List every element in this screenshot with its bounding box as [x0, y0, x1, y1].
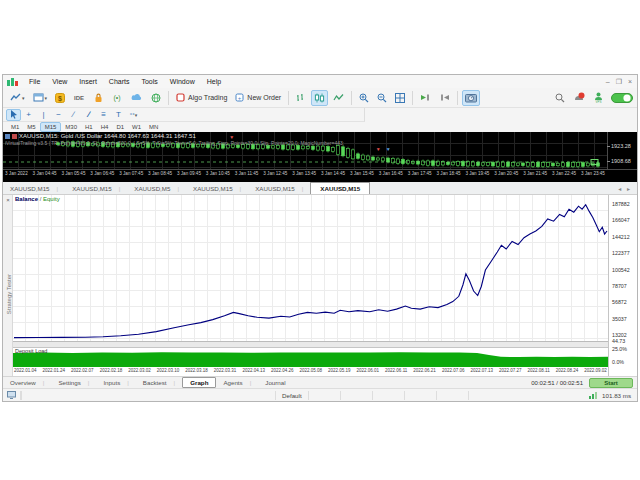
profile-indicator[interactable]: Default — [276, 391, 309, 400]
vps-button[interactable]: VPS — [590, 90, 606, 106]
chart-date-label: 3 Jan 11:45 — [235, 171, 259, 176]
chart-window-icon — [5, 134, 10, 139]
timeframe-d1[interactable]: D1 — [112, 122, 128, 132]
chart-date-label: 3 Jan 04:45 — [33, 171, 57, 176]
horizontal-line-icon: − — [56, 110, 61, 119]
graph-date-label: 2022.01.24 — [43, 368, 66, 373]
connection-toggle[interactable] — [608, 90, 636, 106]
tester-tab-bar: Overview|Settings|Inputs|Backtest|GraphA… — [3, 376, 637, 388]
balance-graph[interactable]: Balance / Equity — [13, 195, 608, 342]
tester-tab-journal[interactable]: Journal — [258, 378, 292, 387]
menu-file[interactable]: File — [23, 78, 46, 85]
toolbar-separator — [288, 91, 289, 105]
search-button[interactable] — [552, 90, 568, 106]
price-scale-divider — [607, 132, 608, 169]
menu-window[interactable]: Window — [164, 78, 201, 85]
chart-style-button[interactable]: ▾ — [7, 90, 28, 106]
crosshair-tool-button[interactable]: + — [21, 109, 36, 121]
chart-shift-button[interactable] — [436, 90, 453, 106]
timeframe-h4[interactable]: H4 — [97, 122, 113, 132]
metaeditor-button[interactable]: IDE — [70, 90, 88, 106]
connection-latency[interactable]: 101.83 ms — [589, 391, 637, 399]
channel-tool-button[interactable]: ∕∕ — [81, 109, 96, 121]
balance-line — [14, 205, 607, 338]
text-tool-button[interactable]: T — [111, 109, 126, 121]
ea-parameters-line: iVirtualTrailing v3.5 | TP_Points=400.0;… — [5, 140, 344, 146]
tab-scroll-arrows[interactable]: ◂ ▸ — [618, 185, 637, 194]
chart-date-label: 3 Jan 16:45 — [379, 171, 403, 176]
tester-tab-agents[interactable]: Agents| — [216, 378, 258, 387]
tester-tab-graph[interactable]: Graph — [182, 377, 216, 388]
graph-date-axis: 2022.01.042022.01.242022.02.072022.02.18… — [13, 368, 608, 373]
minimize-button[interactable]: – — [606, 78, 610, 86]
timeframe-m30[interactable]: M30 — [61, 122, 81, 132]
chart-date-label: 3 Jan 07:45 — [119, 171, 143, 176]
deposit-load-area — [13, 348, 608, 367]
quotes-button[interactable]: $ — [52, 90, 68, 106]
start-button[interactable]: Start — [589, 378, 633, 388]
cloud-button[interactable] — [128, 90, 146, 106]
bars-mode-button[interactable] — [293, 90, 309, 106]
chart-tab[interactable]: XAUUSD,M15| — [65, 183, 127, 194]
strategy-tester-button[interactable] — [462, 90, 480, 106]
restore-button[interactable]: ❐ — [616, 78, 622, 86]
tile-windows-button[interactable] — [392, 90, 408, 106]
menu-help[interactable]: Help — [201, 78, 227, 85]
deposit-load-graph[interactable]: Deposit Load — [13, 348, 608, 367]
candles-mode-button[interactable] — [311, 90, 328, 106]
graph-date-label: 2022.07.06 — [442, 368, 465, 373]
chart-tab[interactable]: XAUUSD,M5| — [127, 183, 186, 194]
chart-date-label: 3 Jan 09:45 — [177, 171, 201, 176]
price-chart[interactable]: ▼▼▼ XAUUSD,M15: Gold /US Dollar 1644.80 … — [3, 132, 637, 182]
vertical-line-icon: | — [42, 110, 44, 119]
mt5-window: FileViewInsertChartsToolsWindowHelp – ❐ … — [2, 74, 638, 402]
line-mode-button[interactable] — [330, 90, 347, 106]
graph-date-label: 2022.07.13 — [470, 368, 493, 373]
graph-date-label: 2022.06.01 — [357, 368, 380, 373]
timeframe-w1[interactable]: W1 — [128, 122, 145, 132]
text-icon: T — [116, 110, 121, 119]
deposit-load-label: Deposit Load — [15, 348, 47, 354]
notifications-button[interactable] — [570, 90, 588, 106]
graph-date-label: 2022.02.18 — [100, 368, 123, 373]
menu-tools[interactable]: Tools — [135, 78, 163, 85]
menu-view[interactable]: View — [46, 78, 73, 85]
zoom-out-button[interactable] — [374, 90, 390, 106]
tester-tab-inputs[interactable]: Inputs| — [96, 378, 135, 387]
close-button[interactable]: × — [628, 78, 632, 86]
timeframe-mn[interactable]: MN — [145, 122, 162, 132]
cursor-tool-button[interactable] — [6, 109, 21, 121]
timeframe-m15[interactable]: M15 — [40, 122, 62, 132]
timeframe-m1[interactable]: M1 — [7, 122, 23, 132]
vertical-line-tool-button[interactable]: | — [36, 109, 51, 121]
trendline-tool-button[interactable]: ∕ — [66, 109, 81, 121]
new-order-button[interactable]: + New Order — [232, 90, 284, 106]
fibonacci-tool-button[interactable]: ≡ — [96, 109, 111, 121]
algo-trading-button[interactable]: Algo Trading — [173, 90, 230, 106]
auto-scroll-button[interactable] — [417, 90, 434, 106]
new-chart-button[interactable]: ▾ — [30, 90, 51, 106]
tester-tab-overview[interactable]: Overview| — [3, 378, 51, 387]
chart-tab[interactable]: XAUUSD,M15| — [248, 183, 310, 194]
tester-close-button[interactable]: × — [4, 196, 12, 204]
timeframe-h1[interactable]: H1 — [81, 122, 97, 132]
graph-date-label: 2022.03.02 — [128, 368, 151, 373]
time-scale[interactable]: 3 Jan 20223 Jan 04:453 Jan 05:453 Jan 06… — [3, 171, 607, 176]
graph-date-label: 2022.07.27 — [499, 368, 522, 373]
tester-tab-settings[interactable]: Settings| — [51, 378, 96, 387]
menu-insert[interactable]: Insert — [73, 78, 103, 85]
arrows-tool-button[interactable]: °°▾ — [126, 109, 141, 121]
tester-tab-backtest[interactable]: Backtest| — [136, 378, 182, 387]
menu-charts[interactable]: Charts — [103, 78, 136, 85]
lock-button[interactable] — [90, 90, 106, 106]
timeframe-m5[interactable]: M5 — [23, 122, 39, 132]
chart-tab-active[interactable]: XAUUSD,M15 — [310, 182, 370, 194]
horizontal-line-tool-button[interactable]: − — [51, 109, 66, 121]
axis-value-label: 122377 — [612, 251, 630, 256]
community-button[interactable] — [148, 90, 164, 106]
market-depth-button[interactable]: (•) — [108, 90, 126, 106]
chart-tab[interactable]: XAUUSD,M15| — [3, 183, 65, 194]
zoom-in-button[interactable] — [356, 90, 372, 106]
chart-tab[interactable]: XAUUSD,M15| — [186, 183, 248, 194]
chart-date-label: 3 Jan 20:45 — [494, 171, 518, 176]
